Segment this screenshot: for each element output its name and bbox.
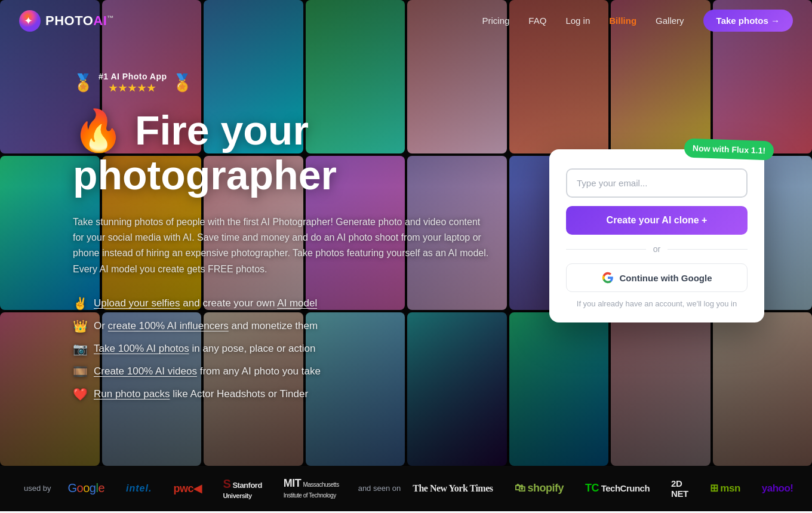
used-by-label: used by [24, 484, 51, 493]
or-divider: or [566, 244, 748, 254]
create-clone-button[interactable]: Create your AI clone + [566, 206, 748, 235]
stanford-brand: S StanfordUniversity [223, 477, 262, 500]
ai-videos-link[interactable]: Create 100% AI videos [94, 365, 197, 377]
feature-item-videos: 🎞️ Create 100% AI videos from any AI pho… [73, 364, 513, 379]
google-brand: Google [68, 481, 105, 495]
msn-brand: ⊞ msn [710, 482, 740, 494]
brands-bar: used by Google intel. pwc◀ S StanfordUni… [0, 466, 812, 511]
badge-stars: ★★★★★ [99, 82, 167, 94]
ai-model-link[interactable]: AI model [277, 297, 317, 309]
signup-card: Now with Flux 1.1! Create your AI clone … [549, 149, 764, 322]
pwc-brand: pwc◀ [173, 482, 201, 495]
mit-brand: MIT MassachusettsInstitute of Technology [284, 477, 339, 499]
videos-emoji: 🎞️ [73, 364, 88, 379]
email-input[interactable] [566, 168, 748, 198]
hero-content: 🏅 #1 AI Photo App ★★★★★ 🏅 🔥 Fire your ph… [0, 0, 513, 401]
nav-faq[interactable]: FAQ [528, 16, 546, 26]
photo-packs-link[interactable]: Run photo packs [94, 388, 170, 400]
laurel-left: 🏅 [73, 73, 94, 93]
testimonials-section: Photo AI is making money by by @levelsio… [0, 511, 812, 513]
feature-item-photos: 📷 Take 100% AI photos in any pose, place… [73, 342, 513, 356]
ai-influencers-link[interactable]: create 100% AI influencers [108, 320, 229, 331]
intel-brand: intel. [126, 483, 152, 494]
feature-item-packs: ❤️ Run photo packs like Actor Headshots … [73, 387, 513, 401]
nav-pricing[interactable]: Pricing [482, 16, 510, 26]
ai-photos-link[interactable]: Take 100% AI photos [94, 343, 189, 354]
site-header: ✦ PHOTOAI™ Pricing FAQ Log in Billing Ga… [0, 0, 812, 41]
login-note: If you already have an account, we'll lo… [566, 299, 748, 308]
techcrunch-brand: TC TechCrunch [585, 482, 650, 494]
google-icon [602, 272, 614, 284]
selfies-emoji: ✌️ [73, 296, 88, 311]
main-nav: Pricing FAQ Log in Billing Gallery Take … [482, 10, 793, 32]
feature-item-influencers: 👑 Or create 100% AI influencers and mone… [73, 319, 513, 333]
logo-text: PHOTOAI™ [45, 13, 114, 29]
hero-headline: 🔥 Fire your photographer [73, 108, 513, 198]
nav-billing[interactable]: Billing [609, 16, 636, 26]
take-photos-button[interactable]: Take photos → [703, 10, 793, 32]
logo[interactable]: ✦ PHOTOAI™ [19, 10, 114, 32]
nav-login[interactable]: Log in [565, 16, 590, 26]
fire-emoji: 🔥 [73, 107, 124, 153]
logo-icon: ✦ [19, 10, 41, 32]
feature-list: ✌️ Upload your selfies and create your o… [73, 296, 513, 401]
feature-item-selfies: ✌️ Upload your selfies and create your o… [73, 296, 513, 311]
yahoo-brand: yahoo! [762, 483, 793, 494]
influencers-emoji: 👑 [73, 319, 88, 333]
nav-gallery[interactable]: Gallery [656, 16, 684, 26]
award-badge: 🏅 #1 AI Photo App ★★★★★ 🏅 [73, 72, 513, 94]
google-signin-button[interactable]: Continue with Google [566, 263, 748, 292]
packs-emoji: ❤️ [73, 387, 88, 401]
seen-on-label: and seen on [358, 484, 401, 493]
seen-brand-logos: The New York Times 🛍 shopify TC TechCrun… [413, 478, 793, 499]
laurel-right: 🏅 [172, 73, 193, 93]
hero-description: Take stunning photos of people with the … [73, 214, 491, 278]
shopify-brand: 🛍 shopify [515, 482, 564, 494]
badge-title: #1 AI Photo App [99, 72, 167, 81]
svg-text:✦: ✦ [24, 15, 33, 27]
photos-emoji: 📷 [73, 342, 88, 356]
used-brand-logos: Google intel. pwc◀ S StanfordUniversity … [68, 477, 339, 500]
flux-badge: Now with Flux 1.1! [684, 138, 774, 160]
google-btn-label: Continue with Google [620, 273, 712, 283]
nyt-brand: The New York Times [413, 483, 493, 494]
upload-selfies-link[interactable]: Upload your selfies [94, 297, 180, 309]
zdnet-brand: 2DNET [671, 478, 688, 499]
